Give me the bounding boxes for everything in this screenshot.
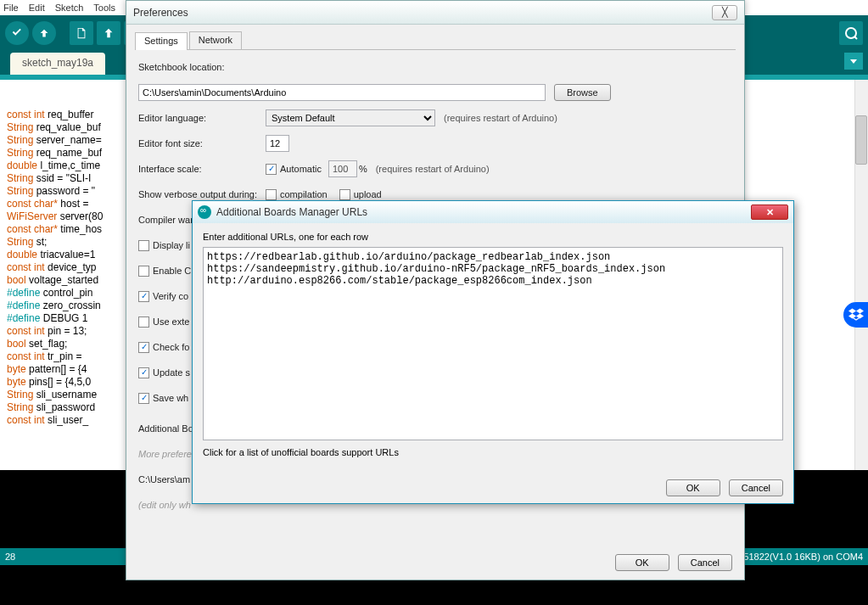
verbose-upload-checkbox[interactable] xyxy=(339,189,350,200)
boards-urls-prompt: Enter additional URLs, one for each row xyxy=(203,232,783,242)
verbose-label: Show verbose output during: xyxy=(138,189,266,199)
boards-urls-ok-button[interactable]: OK xyxy=(666,479,720,496)
tab-network[interactable]: Network xyxy=(189,31,242,49)
open-sketch-button[interactable] xyxy=(97,21,120,45)
preferences-path: C:\Users\am xyxy=(138,474,190,485)
verbose-compilation-checkbox[interactable] xyxy=(266,189,277,200)
restart-note: (requires restart of Arduino) xyxy=(444,113,557,123)
scale-automatic-checkbox[interactable] xyxy=(266,164,277,175)
scale-percent-input xyxy=(328,160,357,177)
editor-scrollbar[interactable] xyxy=(854,80,868,470)
upload-button[interactable] xyxy=(32,21,56,45)
preferences-ok-button[interactable]: OK xyxy=(615,554,669,571)
more-preferences-note: More prefere xyxy=(138,449,192,459)
font-size-input[interactable] xyxy=(266,135,289,152)
new-sketch-button[interactable] xyxy=(70,21,93,45)
tab-settings[interactable]: Settings xyxy=(135,32,188,50)
status-line: 28 xyxy=(5,552,15,562)
serial-monitor-button[interactable] xyxy=(839,21,863,45)
display-line-checkbox[interactable] xyxy=(138,240,149,251)
arduino-icon xyxy=(198,205,211,219)
save-when-label: Save wh xyxy=(153,393,188,403)
boards-urls-close-button[interactable]: ✕ xyxy=(751,204,788,220)
additional-boards-label: Additional Bo xyxy=(138,423,193,434)
dropbox-icon[interactable] xyxy=(843,302,868,328)
preferences-title: Preferences xyxy=(133,7,188,19)
sketch-tab[interactable]: sketch_may19a xyxy=(10,53,105,75)
use-external-checkbox[interactable] xyxy=(138,317,149,328)
font-size-label: Editor font size: xyxy=(138,138,266,148)
check-updates-checkbox[interactable] xyxy=(138,342,149,353)
boards-urls-textarea[interactable] xyxy=(203,247,783,440)
menu-edit[interactable]: Edit xyxy=(29,3,45,13)
verify-code-checkbox[interactable] xyxy=(138,291,149,302)
enable-code-label: Enable C xyxy=(153,266,191,276)
editor-language-label: Editor language: xyxy=(138,113,266,123)
boards-urls-title: Additional Boards Manager URLs xyxy=(216,206,367,218)
save-when-checkbox[interactable] xyxy=(138,393,149,404)
tab-menu-button[interactable] xyxy=(844,53,863,70)
menu-file[interactable]: File xyxy=(3,3,19,13)
editor-language-select[interactable]: System Default xyxy=(266,109,435,126)
verify-code-label: Verify co xyxy=(153,291,188,301)
unofficial-boards-link[interactable]: Click for a list of unofficial boards su… xyxy=(203,447,783,457)
preferences-cancel-button[interactable]: Cancel xyxy=(678,554,732,571)
preferences-close-button[interactable]: ╳ xyxy=(712,5,737,20)
enable-code-checkbox[interactable] xyxy=(138,266,149,277)
boards-urls-titlebar: Additional Boards Manager URLs ✕ xyxy=(193,201,793,223)
boards-urls-cancel-button[interactable]: Cancel xyxy=(729,479,783,496)
preferences-tabs: Settings Network xyxy=(135,31,736,50)
update-sketch-label: Update s xyxy=(153,367,190,378)
interface-scale-label: Interface scale: xyxy=(138,164,266,174)
verbose-compilation-label: compilation xyxy=(280,189,328,199)
sketchbook-label: Sketchbook location: xyxy=(138,62,266,72)
verbose-upload-label: upload xyxy=(354,189,382,199)
scale-automatic-label: Automatic xyxy=(280,164,322,174)
restart-note-2: (requires restart of Arduino) xyxy=(376,164,490,174)
edit-only-note: (edit only wh xyxy=(138,500,191,510)
display-line-label: Display li xyxy=(153,240,190,250)
preferences-titlebar: Preferences ╳ xyxy=(126,1,744,25)
browse-button[interactable]: Browse xyxy=(554,84,611,101)
menu-sketch[interactable]: Sketch xyxy=(55,3,84,13)
boards-urls-dialog: Additional Boards Manager URLs ✕ Enter a… xyxy=(192,200,794,504)
sketchbook-path-input[interactable] xyxy=(138,84,546,101)
update-sketch-checkbox[interactable] xyxy=(138,367,149,378)
check-updates-label: Check fo xyxy=(153,342,189,352)
verify-button[interactable] xyxy=(5,21,29,45)
use-external-label: Use exte xyxy=(153,317,189,327)
menu-tools[interactable]: Tools xyxy=(93,3,115,13)
